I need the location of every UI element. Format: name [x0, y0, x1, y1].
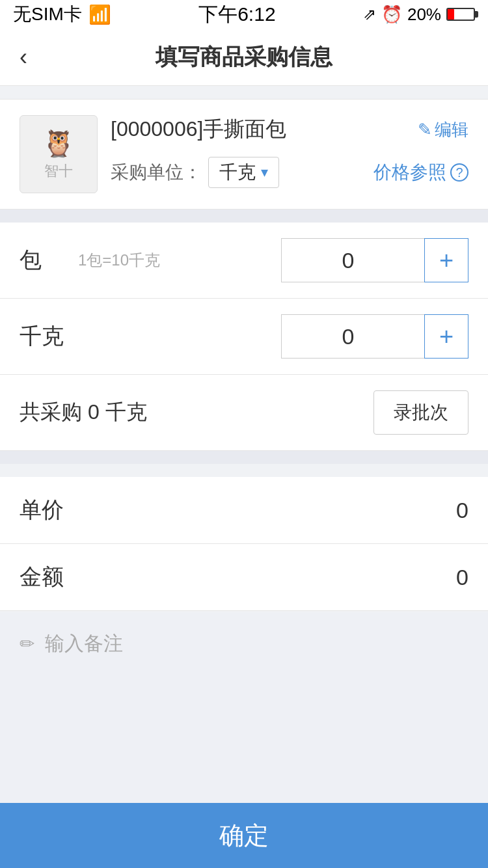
- status-time: 下午6:12: [198, 1, 275, 28]
- pencil-icon: ✏: [20, 633, 34, 655]
- product-header: [0000006]手撕面包 ✎ 编辑: [111, 115, 468, 144]
- product-unit-row: 采购单位： 千克 ▾ 价格参照 ?: [111, 157, 468, 188]
- package-sublabel: 1包=10千克: [78, 250, 281, 271]
- battery-icon: [446, 8, 475, 21]
- unit-value: 千克: [219, 160, 256, 185]
- kilogram-input[interactable]: [281, 314, 424, 359]
- unit-arrow-icon: ▾: [261, 164, 268, 181]
- battery-fill: [448, 9, 454, 20]
- batch-button[interactable]: 录批次: [373, 390, 468, 435]
- edit-label: 编辑: [435, 118, 468, 141]
- price-ref-label: 价格参照: [373, 160, 446, 185]
- remark-placeholder: 输入备注: [45, 631, 123, 657]
- confirm-button[interactable]: 确定: [0, 803, 488, 868]
- product-card: 🦉 智十 [0000006]手撕面包 ✎ 编辑 采购单位： 千克 ▾: [0, 99, 488, 210]
- package-input-control: +: [281, 238, 468, 282]
- status-bar: 无SIM卡 📶 下午6:12 ⇗ ⏰ 20%: [0, 0, 488, 29]
- status-right: ⇗ ⏰ 20%: [363, 5, 475, 25]
- edit-icon: ✎: [418, 120, 432, 140]
- product-id: [0000006]: [111, 117, 203, 141]
- summary-row: 共采购 0 千克 录批次: [0, 375, 488, 451]
- battery-percent: 20%: [407, 5, 441, 25]
- kilogram-input-control: +: [281, 314, 468, 359]
- amount-row: 金额 0: [0, 544, 488, 611]
- summary-text: 共采购 0 千克: [20, 398, 147, 427]
- page-title: 填写商品采购信息: [156, 42, 332, 72]
- back-button[interactable]: ‹: [20, 44, 27, 71]
- kilogram-plus-button[interactable]: +: [424, 314, 468, 359]
- product-image: 🦉 智十: [20, 115, 98, 193]
- amount-label: 金额: [20, 562, 64, 592]
- amount-value: 0: [456, 565, 468, 590]
- package-label: 包: [20, 245, 72, 275]
- product-logo-icon: 🦉: [42, 128, 75, 159]
- price-ref-button[interactable]: 价格参照 ?: [373, 160, 468, 185]
- product-name: [0000006]手撕面包: [111, 115, 286, 144]
- alarm-icon: ⏰: [381, 5, 402, 25]
- unit-price-row: 单价 0: [0, 477, 488, 544]
- help-icon: ?: [450, 163, 468, 182]
- package-plus-button[interactable]: +: [424, 238, 468, 282]
- input-section: 包 1包=10千克 + 千克 +: [0, 223, 488, 375]
- location-icon: ⇗: [363, 5, 376, 23]
- kilogram-row: 千克 +: [0, 299, 488, 375]
- unit-price-value: 0: [456, 498, 468, 523]
- unit-select[interactable]: 千克 ▾: [208, 157, 279, 188]
- unit-label: 采购单位：: [111, 160, 202, 185]
- unit-price-label: 单价: [20, 495, 64, 525]
- carrier-text: 无SIM卡: [13, 2, 82, 27]
- nav-bar: ‹ 填写商品采购信息: [0, 29, 488, 86]
- product-info: [0000006]手撕面包 ✎ 编辑 采购单位： 千克 ▾ 价格参照 ?: [111, 115, 468, 188]
- package-input[interactable]: [281, 238, 424, 282]
- remark-section[interactable]: ✏ 输入备注: [0, 612, 488, 675]
- kilogram-label: 千克: [20, 321, 72, 351]
- section-divider-1: [0, 210, 488, 223]
- product-brand-text: 智十: [44, 161, 73, 181]
- status-left: 无SIM卡 📶: [13, 2, 111, 27]
- product-title: 手撕面包: [203, 117, 286, 141]
- section-divider-2: [0, 451, 488, 464]
- price-section: 单价 0 金额 0: [0, 477, 488, 611]
- edit-button[interactable]: ✎ 编辑: [418, 118, 468, 141]
- wifi-icon: 📶: [88, 4, 111, 25]
- package-row: 包 1包=10千克 +: [0, 223, 488, 299]
